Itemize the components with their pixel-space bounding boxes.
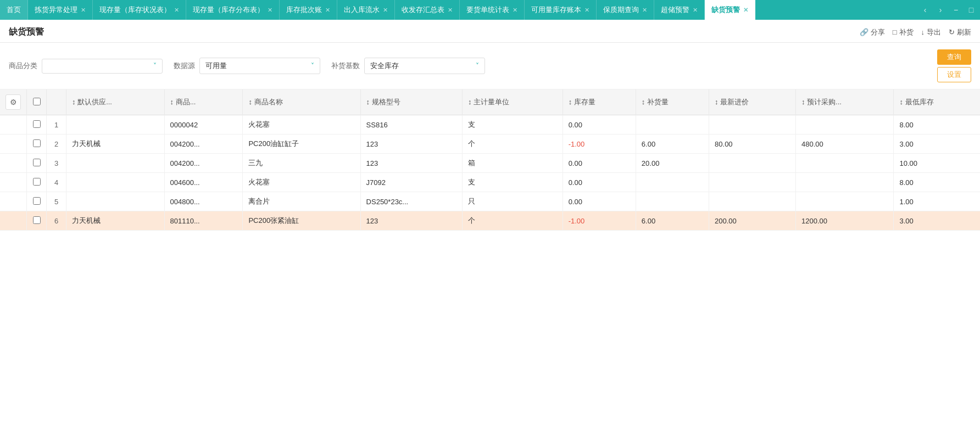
tab-shortage[interactable]: 缺货预警 ✕: [705, 0, 755, 20]
cell-product-name: PC200张紧油缸: [243, 211, 360, 231]
replenish-base-select[interactable]: 安全库存 ˅: [364, 58, 485, 74]
tab-inout-flow[interactable]: 出入库流水 ✕: [337, 0, 395, 20]
export-button[interactable]: ↓ 导出: [921, 27, 942, 37]
filter-row: 商品分类 ˅ 数据源 可用量 ˅ 补货基数 安全库存 ˅ 查询 设置: [0, 43, 980, 89]
datasource-value: 可用量: [205, 61, 227, 71]
cell-replenish-qty: [636, 173, 709, 192]
cell-product-name: 离合片: [243, 192, 360, 211]
query-button[interactable]: 查询: [937, 49, 971, 65]
cell-spec: J7092: [360, 173, 462, 192]
close-tab-receive-summary[interactable]: ✕: [448, 7, 453, 14]
replenish-base-chevron-icon: ˅: [476, 62, 479, 70]
row-number: 2: [47, 135, 66, 154]
row-checkbox-cell: [27, 154, 47, 173]
row-number: 1: [47, 115, 66, 135]
cell-replenish-qty: [636, 115, 709, 135]
cell-supplier: [66, 173, 165, 192]
tab-home[interactable]: 首页: [0, 0, 28, 20]
row-checkbox[interactable]: [33, 139, 41, 147]
row-checkbox[interactable]: [33, 178, 41, 186]
row-gear-cell: [0, 135, 27, 154]
cell-latest-price: [709, 154, 796, 173]
col-product-name: ↕ 商品名称: [243, 89, 360, 115]
cell-stock: 0.00: [563, 173, 636, 192]
close-tab-abnormal[interactable]: ✕: [81, 7, 86, 14]
row-checkbox[interactable]: [33, 159, 41, 166]
cell-est-purchase: [795, 154, 894, 173]
page-header: 缺货预警 🔗 分享 □ 补货 ↓ 导出 ↻ 刷新: [0, 20, 980, 43]
tab-batch-account[interactable]: 库存批次账 ✕: [280, 0, 337, 20]
filter-action-buttons: 查询 设置: [937, 49, 971, 82]
cell-est-purchase: 1200.00: [795, 211, 894, 231]
tab-inventory-dist[interactable]: 现存量（库存分布表） ✕: [186, 0, 280, 20]
close-tab-available-ledger[interactable]: ✕: [584, 7, 589, 14]
close-tab-batch-account[interactable]: ✕: [325, 7, 330, 14]
category-select[interactable]: ˅: [42, 59, 163, 74]
col-default-supplier: ↕ 默认供应...: [66, 89, 165, 115]
cell-product-name: PC200油缸缸子: [243, 135, 360, 154]
row-gear-cell: [0, 115, 27, 135]
cell-product-code: 004600...: [164, 173, 243, 192]
category-chevron-icon: ˅: [153, 62, 157, 70]
tab-receive-summary[interactable]: 收发存汇总表 ✕: [395, 0, 460, 20]
close-tab-overstock[interactable]: ✕: [693, 7, 698, 14]
cell-replenish-qty: 6.00: [636, 211, 709, 231]
table-row: 1 0000042 火花塞 SS816 支 0.00 8.00: [0, 115, 980, 135]
cell-est-purchase: [795, 115, 894, 135]
select-all-checkbox[interactable]: [33, 98, 41, 105]
cell-min-stock: 10.00: [894, 154, 980, 173]
cell-unit: 个: [463, 135, 563, 154]
table-row: 4 004600... 火花塞 J7092 支 0.00 8.00: [0, 173, 980, 192]
tab-scroll-right[interactable]: ›: [934, 3, 947, 16]
cell-unit: 支: [463, 115, 563, 135]
replenish-base-label: 补货基数: [331, 61, 360, 71]
replenish-button[interactable]: □ 补货: [893, 27, 914, 37]
tab-available-ledger[interactable]: 可用量库存账本 ✕: [525, 0, 597, 20]
col-product-code: ↕ 商品...: [164, 89, 243, 115]
table-row: 3 004200... 三九 123 箱 0.00 20.00 10.00: [0, 154, 980, 173]
row-checkbox[interactable]: [33, 216, 41, 224]
close-tab-expiry[interactable]: ✕: [642, 7, 647, 14]
col-min-stock: ↕ 最低库存: [894, 89, 980, 115]
settings-button[interactable]: 设置: [937, 67, 971, 82]
category-label: 商品分类: [9, 61, 37, 71]
tab-order-stat[interactable]: 要货单统计表 ✕: [460, 0, 525, 20]
row-checkbox-cell: [27, 192, 47, 211]
cell-min-stock: 8.00: [894, 173, 980, 192]
close-tab-inout-flow[interactable]: ✕: [383, 7, 388, 14]
tab-expiry[interactable]: 保质期查询 ✕: [597, 0, 654, 20]
share-button[interactable]: 🔗 分享: [860, 27, 885, 37]
refresh-button[interactable]: ↻ 刷新: [949, 27, 971, 37]
refresh-icon: ↻: [949, 28, 955, 36]
table-container: ⚙ ↕ 默认供应... ↕ 商品... ↕ 商品名称: [0, 89, 980, 231]
col-stock: ↕ 库存量: [563, 89, 636, 115]
row-number: 3: [47, 154, 66, 173]
close-tab-inventory-status[interactable]: ✕: [174, 7, 179, 14]
row-checkbox[interactable]: [33, 197, 41, 205]
cell-supplier: [66, 154, 165, 173]
row-checkbox[interactable]: [33, 120, 41, 128]
close-tab-inventory-dist[interactable]: ✕: [268, 7, 272, 14]
close-tab-shortage[interactable]: ✕: [743, 7, 748, 14]
row-checkbox-cell: [27, 115, 47, 135]
col-unit: ↕ 主计量单位: [463, 89, 563, 115]
replenish-icon: □: [893, 28, 897, 36]
row-checkbox-cell: [27, 211, 47, 231]
tab-abnormal[interactable]: 拣货异常处理 ✕: [28, 0, 93, 20]
share-icon: 🔗: [860, 28, 868, 36]
cell-replenish-qty: [636, 192, 709, 211]
cell-min-stock: 1.00: [894, 192, 980, 211]
datasource-select[interactable]: 可用量 ˅: [199, 58, 320, 74]
tab-minimize[interactable]: −: [949, 3, 962, 16]
datasource-label: 数据源: [174, 61, 195, 71]
cell-min-stock: 3.00: [894, 135, 980, 154]
column-settings-button[interactable]: ⚙: [5, 94, 21, 110]
tab-maximize[interactable]: □: [965, 3, 978, 16]
tab-inventory-status[interactable]: 现存量（库存状况表） ✕: [93, 0, 186, 20]
tab-overstock[interactable]: 超储预警 ✕: [654, 0, 705, 20]
tab-scroll-left[interactable]: ‹: [918, 3, 932, 16]
row-number: 5: [47, 192, 66, 211]
replenish-base-value: 安全库存: [370, 61, 399, 71]
cell-supplier: [66, 192, 165, 211]
close-tab-order-stat[interactable]: ✕: [513, 7, 517, 14]
